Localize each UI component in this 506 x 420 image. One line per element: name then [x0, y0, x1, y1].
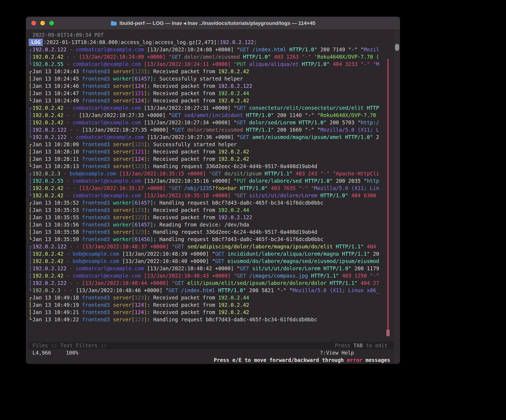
log-line[interactable]: │192.0.2.122 - combatcarl@example.com [1… — [29, 265, 400, 272]
log-segment: GET — [172, 185, 181, 191]
minimize-button[interactable] — [40, 21, 45, 25]
log-segment — [110, 68, 113, 74]
group-bracket: │ — [29, 206, 32, 214]
log-line[interactable]: │192.0.2.42 - bob@example.com [13/Jan/20… — [29, 258, 400, 265]
log-segment: 61457 — [135, 222, 150, 228]
log-segment: GET — [237, 192, 246, 198]
log-line[interactable]: │Jan 13 10:35:55 frontend3 server[123]: … — [29, 214, 400, 221]
log-segment: : Received packet from — [147, 214, 218, 220]
log-line[interactable]: ┌192.0.2.42 - combatcarl@example.com [13… — [29, 104, 400, 112]
log-line[interactable]: └192.0.2.42 - combatcarl@example.com [13… — [29, 192, 400, 199]
log-mode-chip[interactable]: LOG — [29, 39, 43, 46]
log-line[interactable]: └Jan 13 10:35:59 frontend3 worker[61456]… — [29, 236, 400, 243]
log-segment: - — [63, 119, 73, 125]
log-line[interactable]: ┌Jan 13 10:28:09 frontend3 server[123]: … — [29, 141, 400, 148]
log-segment: 192.0.2.44 — [218, 295, 249, 301]
log-line[interactable]: └Jan 13 10:28:13 frontend3 server[123]: … — [29, 163, 400, 170]
log-line[interactable]: │Jan 13 10:24:45 frontend3 worker[61457]… — [29, 75, 400, 82]
log-segment: 192.0.2.55 — [32, 61, 63, 67]
log-line[interactable]: └192.0.2.55 - combatcarl@example.com [13… — [29, 61, 400, 68]
log-line[interactable]: │Jan 13 10:24:46 frontend3 server[124]: … — [29, 82, 400, 90]
scroll-position-thumb[interactable] — [386, 330, 390, 336]
log-segment: GET — [172, 54, 181, 60]
log-segment: 192.0.2.44 — [218, 207, 249, 213]
log-segment: GET — [215, 258, 224, 264]
log-line[interactable]: ┌192.0.2.3 - bob@example.com [13/Jan/202… — [29, 170, 400, 177]
log-line[interactable]: ┌192.0.2.122 - - [13/Jan/2022:10:48:37 +… — [29, 243, 400, 250]
log-segment: - — [63, 105, 73, 111]
files-filters-tabs[interactable]: Files :: Text Filters :: — [32, 342, 107, 349]
log-line[interactable]: │Jan 13 10:28:11 frontend3 server[124]: … — [29, 155, 400, 163]
log-line[interactable]: │192.0.2.55 - combatcarl@example.com [13… — [29, 177, 400, 185]
log-segment: http — [367, 178, 379, 184]
log-segment: dolore/labore/sed — [249, 178, 302, 184]
log-line[interactable]: │192.0.2.122 - - [13/Jan/2022:10:27:35 +… — [29, 126, 400, 134]
log-segment: 123 — [135, 163, 144, 169]
terminal-content: 2022-09-01T14:09:34 PDT LOG⟩2022-01-13T1… — [26, 30, 400, 364]
breadcrumb-crumb[interactable]: 192.0.2.122 — [220, 39, 254, 45]
log-segment: HTTP/1.1" — [330, 280, 357, 286]
zoom-button[interactable] — [49, 21, 54, 25]
log-line[interactable]: └Jan 13 10:49:22 frontend3 server[123]: … — [29, 316, 400, 323]
log-line[interactable]: │Jan 13 10:35:58 frontend3 server[123]: … — [29, 228, 400, 236]
log-segment: 123 — [135, 295, 144, 301]
log-segment — [339, 251, 342, 257]
log-segment — [317, 192, 320, 198]
breadcrumb-crumb[interactable]: 2022-01-13T10:24:08.000 — [47, 39, 118, 45]
close-button[interactable] — [31, 21, 36, 25]
hint-suffix: messages — [362, 357, 390, 363]
view-help-hint[interactable]: ?:View Help — [320, 349, 354, 356]
breadcrumb-crumb[interactable]: access_log — [121, 39, 152, 45]
log-line[interactable]: │Jan 13 10:24:47 frontend3 server[121]: … — [29, 90, 400, 97]
log-segment: 123 — [135, 229, 144, 235]
log-line[interactable]: ┌192.0.2.122 - combatcarl@example.com [1… — [29, 46, 400, 53]
log-segment: sed/adipiscing/dolor/labore/magna/ipsum/… — [187, 244, 333, 249]
log-segment: server[ — [113, 68, 134, 74]
log-segment: server[ — [113, 229, 134, 235]
log-line[interactable]: │192.0.2.42 - - [13/Jan/2022:10:35:17 +0… — [29, 185, 400, 192]
log-line[interactable]: │Jan 13 10:28:10 frontend3 server[121]: … — [29, 148, 400, 155]
log-line[interactable]: │192.0.2.42 - combatcarl@example.com [13… — [29, 119, 400, 126]
group-bracket: ┌ — [29, 141, 32, 148]
log-segment — [327, 280, 330, 286]
log-segment: 192.0.2.122 — [32, 46, 67, 52]
log-line[interactable]: └Jan 13 10:24:49 frontend3 server[124]: … — [29, 97, 400, 104]
log-line[interactable]: │192.0.2.122 - - [13/Jan/2022:10:48:44 +… — [29, 279, 400, 287]
log-segment: 192.0.2.122 — [218, 214, 252, 220]
log-segment: ] — [144, 83, 147, 89]
log-line[interactable]: │192.0.2.42 - bob@example.com [13/Jan/20… — [29, 250, 400, 258]
log-segment: frontend3 — [82, 200, 110, 206]
log-segment — [181, 112, 184, 118]
log-segment: : Handling request b8cf7d43-da8c-465f-bc… — [153, 236, 323, 242]
log-line[interactable]: ┌Jan 13 10:24:43 frontend3 server[123]: … — [29, 68, 400, 75]
log-segment: [13/Jan/2022:10:48:46 +0000] " — [76, 287, 169, 293]
log-segment: 61457 — [135, 76, 150, 82]
group-bracket: └ — [29, 61, 32, 68]
log-segment: frontend3 — [82, 316, 110, 322]
log-line[interactable]: │Jan 13 10:49:19 frontend3 server[124]: … — [29, 301, 400, 309]
log-segment — [110, 222, 113, 228]
breadcrumb-crumb[interactable]: access_log.gz[2,473] — [155, 39, 217, 45]
window-scrollbar-thumb[interactable] — [395, 44, 399, 51]
log-line[interactable]: │Jan 13 10:35:56 frontend3 worker[61457]… — [29, 221, 400, 228]
window-scrollbar-track[interactable] — [394, 30, 400, 364]
group-bracket: │ — [29, 228, 32, 236]
log-segment: GET — [240, 265, 249, 271]
log-segment: 192.0.2.3 — [32, 287, 60, 293]
log-segment — [262, 171, 265, 176]
log-segment: : Received packet from — [147, 302, 218, 308]
log-line[interactable]: ┌Jan 13 10:49:18 frontend3 server[123]: … — [29, 294, 400, 301]
log-line[interactable]: │Jan 13 10:49:21 frontend3 server[124]: … — [29, 309, 400, 316]
log-line[interactable]: └192.0.2.3 - - [13/Jan/2022:10:48:46 +00… — [29, 287, 400, 294]
log-line[interactable]: ┌Jan 13 10:35:52 frontend3 worker[61457]… — [29, 199, 400, 206]
log-line[interactable]: │192.0.2.42 - - [13/Jan/2022:10:27:33 +0… — [29, 112, 400, 119]
log-line[interactable]: │192.0.2.42 - - [13/Jan/2022:10:24:09 +0… — [29, 53, 400, 61]
log-segment: : Successfully started helper — [153, 76, 243, 82]
log-line[interactable]: │192.0.2.42 - combatcarl@example.com [13… — [29, 272, 400, 279]
titlebar[interactable]: lbuild-perf — LOG — lnav ◂ lnav ../lnav/… — [26, 17, 400, 30]
log-segment: dolor/sed/Lorem — [249, 119, 296, 125]
log-segment: - — [63, 251, 73, 257]
log-line[interactable]: │Jan 13 10:35:53 frontend3 server[123]: … — [29, 206, 400, 214]
log-line[interactable]: └192.0.2.122 - combatcarl@example.com [1… — [29, 134, 400, 141]
log-segment — [224, 251, 227, 257]
